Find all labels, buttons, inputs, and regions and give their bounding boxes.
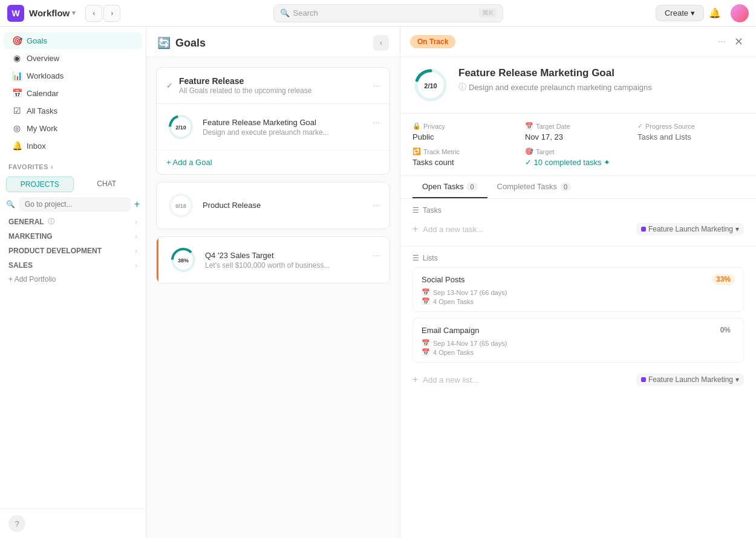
header-actions: ··· ✕ bbox=[718, 34, 746, 50]
sidebar-item-calendar[interactable]: 📅Calendar bbox=[4, 85, 142, 102]
search-icon: 🔍 bbox=[280, 8, 290, 18]
goals-icon: 🎯 bbox=[12, 36, 22, 45]
tasks-section-header: ☰ Tasks bbox=[412, 206, 744, 215]
sidebar-item-marketing[interactable]: MARKETING › bbox=[0, 229, 146, 244]
tab-open-tasks[interactable]: Open Tasks0 bbox=[412, 176, 487, 198]
list-item-social-posts[interactable]: Social Posts 33% 📅 Sep 13-Nov 17 (66 day… bbox=[412, 267, 744, 312]
sidebar-item-my-work[interactable]: ◎My Work bbox=[4, 120, 142, 137]
more-options-icon[interactable]: ··· bbox=[373, 250, 380, 260]
right-panel: On Track ··· ✕ 2/10 Feature Release Mark… bbox=[400, 27, 756, 538]
search-placeholder: Search bbox=[293, 8, 318, 18]
goal-main-info: Feature Release Marketing Goal ⓘ Design … bbox=[458, 67, 744, 92]
tab-completed-tasks[interactable]: Completed Tasks0 bbox=[487, 176, 581, 198]
right-content: ☰ Tasks + Add a new task... Feature Laun… bbox=[400, 199, 756, 538]
close-button[interactable]: ✕ bbox=[731, 34, 746, 50]
plus-icon: + bbox=[412, 224, 418, 235]
center-header: 🔄 Goals ‹ bbox=[146, 27, 400, 57]
more-options-icon[interactable]: ··· bbox=[373, 81, 380, 90]
calendar-icon: 📅 bbox=[422, 339, 430, 347]
sidebar-footer: ? bbox=[0, 508, 146, 538]
sidebar-item-sales[interactable]: SALES › bbox=[0, 258, 146, 273]
chevron-right-icon: › bbox=[135, 218, 137, 225]
tasks-section: ☰ Tasks + Add a new task... Feature Laun… bbox=[400, 199, 756, 247]
my-work-icon: ◎ bbox=[12, 123, 22, 133]
target-icon: 🎯 bbox=[525, 147, 533, 155]
add-task-input[interactable]: Add a new task... bbox=[423, 225, 631, 234]
meta-progress-source: ✓ Progress Source Tasks and Lists bbox=[637, 122, 744, 141]
status-badge: On Track bbox=[410, 35, 455, 48]
svg-text:2/10: 2/10 bbox=[424, 82, 437, 89]
meta-track-metric: 🔁 Track Metric Tasks count bbox=[412, 147, 519, 167]
add-list-row[interactable]: + Add a new list... Feature Launch Marke… bbox=[412, 369, 744, 391]
status-bar bbox=[157, 237, 158, 283]
tasks-tabs: Open Tasks0Completed Tasks0 bbox=[400, 176, 756, 199]
create-button[interactable]: Create ▾ bbox=[656, 5, 704, 21]
more-options-icon[interactable]: ··· bbox=[373, 117, 380, 127]
chevron-right-icon: › bbox=[135, 233, 137, 240]
lists-section: ☰ Lists Social Posts 33% 📅 Sep 13-Nov 17… bbox=[400, 247, 756, 398]
sidebar-item-goals[interactable]: 🎯Goals bbox=[4, 32, 142, 49]
sidebar-item-general[interactable]: GENERAL ⓘ › bbox=[0, 214, 146, 229]
more-options-button[interactable]: ··· bbox=[718, 36, 726, 47]
info-icon: ⓘ bbox=[48, 217, 54, 226]
title-chevron-icon: ▾ bbox=[72, 9, 76, 17]
chevron-right-icon: › bbox=[135, 247, 137, 254]
list-item-email-campaign[interactable]: Email Campaign 0% 📅 Sep 14-Nov 17 (65 da… bbox=[412, 318, 744, 363]
track-icon: 🔁 bbox=[412, 147, 421, 155]
meta-target-date: 📅 Target Date Nov 17, 23 bbox=[525, 122, 631, 141]
lists-section-header: ☰ Lists bbox=[412, 254, 744, 262]
calendar-icon: 📅 bbox=[422, 348, 430, 356]
workloads-icon: 📊 bbox=[12, 71, 22, 80]
tab-chat[interactable]: CHAT bbox=[74, 177, 140, 192]
tag-dot bbox=[641, 377, 646, 382]
add-list-input[interactable]: Add a new list... bbox=[423, 375, 631, 384]
goal-group-feature-release: ✓ Feature Release All Goals related to t… bbox=[156, 67, 390, 175]
list-tag[interactable]: Feature Launch Marketing ▾ bbox=[636, 374, 744, 386]
info-icon: ⓘ bbox=[458, 82, 466, 92]
check-icon: ✓ bbox=[637, 122, 643, 130]
goal-group-q4-sales: 38% Q4 '23 Sales Target ··· Let's sell $… bbox=[156, 236, 390, 284]
svg-text:2/10: 2/10 bbox=[175, 125, 186, 131]
goals-icon: 🔄 bbox=[157, 36, 171, 50]
tasks-icon: ☰ bbox=[412, 206, 419, 215]
more-options-icon[interactable]: ··· bbox=[373, 200, 380, 210]
center-panel: 🔄 Goals ‹ ✓ Feature Release All Goals re… bbox=[146, 27, 400, 538]
collapse-panel-button[interactable]: ‹ bbox=[373, 35, 389, 51]
meta-privacy: 🔒 Privacy Public bbox=[412, 122, 519, 141]
sidebar-item-overview[interactable]: ◉Overview bbox=[4, 50, 142, 66]
task-list-tag[interactable]: Feature Launch Marketing ▾ bbox=[636, 223, 744, 235]
inbox-icon: 🔔 bbox=[12, 141, 22, 151]
chevron-down-icon: ▾ bbox=[691, 8, 695, 18]
sidebar-item-inbox[interactable]: 🔔Inbox bbox=[4, 137, 142, 154]
goal-item-product-release[interactable]: 0/18 Product Release ··· bbox=[157, 183, 389, 228]
sidebar: 🎯Goals◉Overview📊Workloads📅Calendar☑All T… bbox=[0, 27, 146, 538]
tab-projects[interactable]: PROJECTS bbox=[6, 177, 74, 192]
center-title: Goals bbox=[175, 37, 206, 50]
app-title: Workflow ▾ bbox=[29, 8, 76, 18]
project-search-input[interactable] bbox=[19, 197, 131, 212]
back-button[interactable]: ‹ bbox=[85, 5, 102, 22]
progress-ring: 2/10 bbox=[166, 112, 195, 141]
goal-main-desc: ⓘ Design and execute prelaunch marketing… bbox=[458, 82, 744, 92]
sidebar-item-workloads[interactable]: 📊Workloads bbox=[4, 67, 142, 84]
search-bar[interactable]: 🔍 Search ⌘K bbox=[273, 4, 503, 22]
add-project-button[interactable]: + bbox=[134, 199, 140, 210]
favorites-arrow-icon: › bbox=[51, 164, 53, 170]
meta-target: 🎯 Target ✓ 10 completed tasks ✦ bbox=[525, 147, 631, 167]
add-goal-button[interactable]: + Add a Goal bbox=[157, 151, 389, 174]
svg-text:0/18: 0/18 bbox=[175, 203, 186, 209]
forward-button[interactable]: › bbox=[103, 5, 120, 22]
bell-icon[interactable]: 🔔 bbox=[709, 7, 721, 19]
help-button[interactable]: ? bbox=[8, 515, 25, 532]
sidebar-item-all-tasks[interactable]: ☑All Tasks bbox=[4, 102, 142, 119]
overview-icon: ◉ bbox=[12, 53, 22, 63]
add-portfolio-button[interactable]: + Add Portfolio bbox=[0, 273, 146, 286]
tag-dot bbox=[641, 227, 646, 232]
sidebar-item-product-development[interactable]: PRODUCT DEVELOPMENT › bbox=[0, 244, 146, 258]
goal-group-header[interactable]: ✓ Feature Release All Goals related to t… bbox=[157, 68, 389, 104]
goal-item-frm-goal[interactable]: 2/10 Feature Release Marketing Goal ··· … bbox=[157, 104, 389, 151]
add-task-row[interactable]: + Add a new task... Feature Launch Marke… bbox=[412, 219, 744, 239]
avatar bbox=[731, 4, 749, 22]
goal-item-q4-sales[interactable]: 38% Q4 '23 Sales Target ··· Let's sell $… bbox=[157, 237, 389, 283]
calendar-icon: 📅 bbox=[12, 88, 22, 98]
